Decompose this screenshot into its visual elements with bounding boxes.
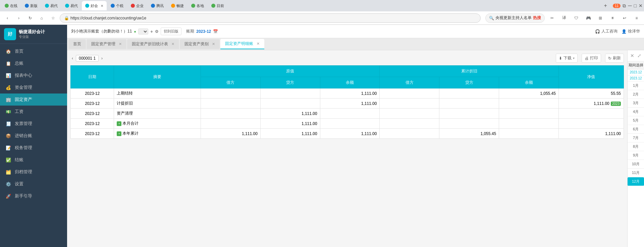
sidebar-item-资金管理[interactable]: 💰资金管理 [0,81,67,94]
cell-orig-balance: 1,111.00 [320,99,380,109]
print-button[interactable]: 🖨 打印 [582,54,601,63]
period-month-1月[interactable]: 1月 [628,81,644,90]
browser-tab-各地[interactable]: 各地 [188,1,207,10]
calendar-icon[interactable]: 📅 [213,29,218,34]
search-bar[interactable]: 🔍 央视更新主持人名单 热搜 [485,13,545,23]
user-profile-button[interactable]: 👤 徐泽华 [622,28,640,34]
sidebar-item-报表中心[interactable]: 📊报表中心 [0,69,67,81]
app-container: 好 畅捷通好会计 专业版 🏠首页📋总账📊报表中心💰资金管理🏢固定资产💵工资🧾发票… [0,25,644,247]
page-tab-label: 固定资产类别 [184,41,209,47]
logo-subtitle: 专业版 [19,35,45,39]
home-button[interactable]: ⌂ [37,13,46,23]
settings-icon[interactable]: ⚙ [155,29,159,34]
period-month-6月[interactable]: 6月 [628,125,644,134]
browser-tab-在线[interactable]: 在线 [1,1,21,10]
sidebar-item-归档管理[interactable]: 🗂️归档管理 [0,166,67,178]
human-service-button[interactable]: 🎧 人工咨询 [595,28,618,34]
account-switcher[interactable] [138,28,148,35]
new-tab-button[interactable]: + [601,2,609,10]
close-tab-icon[interactable]: ✕ [171,42,174,46]
expand-panel-button[interactable]: ⤢ [636,52,643,60]
period-month-8月[interactable]: 8月 [628,142,644,151]
prev-page-button[interactable]: ‹ [70,55,74,61]
cell-date: 2023-12 [71,99,114,109]
sidebar-item-新手引导[interactable]: 🚀新手引导 [0,190,67,202]
maximize-icon[interactable]: □ [634,3,637,8]
refresh-button[interactable]: ↻ 刷新 [605,54,624,63]
nav-label-工资: 工资 [15,109,23,115]
page-number-box[interactable]: 000001 1 [76,55,99,62]
period-month-11月[interactable]: 11月 [628,169,644,177]
back-button[interactable]: ‹ [3,13,12,23]
restore-window-icon[interactable]: ⧉ [623,3,626,9]
reload-button[interactable]: ↻ [25,13,35,23]
page-tab-固定资产明细账[interactable]: 固定资产明细账✕ [220,39,264,49]
browser-tab-新版[interactable]: 新版 [21,1,41,10]
address-input[interactable]: 🔒 https://cloud.chanjet.com/accounting/u… [60,13,481,23]
cell-summary: 上期结转 [114,88,201,99]
cell-orig-balance [320,119,380,129]
browser-tab-畅捷[interactable]: 畅捷 [168,1,187,10]
menu-icon[interactable]: ≡ [632,13,641,23]
cell-date: 2023-12 [71,109,114,119]
download-button[interactable]: ⬇ 下载 ▾ [556,54,578,63]
cell-orig-balance: 1,111.00 [320,88,380,99]
forward-button[interactable]: › [14,13,23,23]
undo-icon[interactable]: ↩ [620,13,629,23]
period-month-10月[interactable]: 10月 [628,160,644,169]
close-panel-button[interactable]: ✕ [629,52,636,60]
browser-tab-易代[interactable]: 易代 [42,1,61,10]
sidebar-item-发票管理[interactable]: 🧾发票管理 [0,118,67,130]
browser-tab-目前[interactable]: 目前 [208,1,227,10]
next-page-button[interactable]: › [100,55,104,61]
period-month-7月[interactable]: 7月 [628,134,644,142]
page-tab-固定资产折旧统计表[interactable]: 固定资产折旧统计表✕ [127,39,179,49]
col-header-summary: 摘要 [114,66,201,88]
cell-dep-debit [380,129,439,139]
close-tab-icon[interactable]: ✕ [212,42,215,46]
browser-tab-个税[interactable]: 个税 [107,1,127,10]
minimize-icon[interactable]: ─ [628,3,632,9]
sidebar-item-首页[interactable]: 🏠首页 [0,45,67,57]
period-month-12月[interactable]: 12月 [628,177,644,186]
page-tab-首页[interactable]: 首页 [68,39,86,49]
browser-tab-易代[interactable]: 易代 [62,1,81,10]
cell-dep-balance [499,99,559,109]
page-tab-固定资产管理[interactable]: 固定资产管理✕ [87,39,126,49]
col-header-netvalue: 净值 [558,66,624,88]
top-bar-actions: 🎧 人工咨询 👤 徐泽华 [595,28,640,34]
shield-icon[interactable]: 🛡 [572,13,581,23]
page-tab-固定资产类别[interactable]: 固定资产类别✕ [180,39,220,49]
sidebar-item-税务管理[interactable]: 📝税务管理 [0,142,67,154]
cell-orig-debit [201,88,260,99]
sidebar-item-总账[interactable]: 📋总账 [0,57,67,69]
ledger-main: ‹ 000001 1 › ⬇ 下载 ▾ 🖨 打印 [67,50,627,247]
sidebar-item-设置[interactable]: ⚙️设置 [0,178,67,190]
switch-version-button[interactable]: 切到旧版 [161,27,181,35]
close-tab-icon[interactable]: ✕ [119,42,122,46]
brightness-icon[interactable]: ☀ [608,13,617,23]
period-month-5月[interactable]: 5月 [628,116,644,125]
sidebar-item-结账[interactable]: ✅结账 [0,154,67,166]
period-month-2月[interactable]: 2月 [628,90,644,99]
cell-net-value: 55.55 [558,88,624,99]
close-tab-icon[interactable]: ✕ [257,42,260,46]
cell-summary: 资产清理 [114,109,201,119]
grid-icon[interactable]: ⊞ [596,13,605,23]
game-icon[interactable]: 🎮 [584,13,593,23]
ledger-table: 日期 摘要 原值 累计折旧 净值 借方 贷方 余额 借方 贷方 余额 [70,65,624,139]
translate-icon[interactable]: 译 [559,13,569,23]
add-account-icon[interactable]: + [150,29,153,34]
browser-tab-企业[interactable]: 企业 [127,1,147,10]
period-month-3月[interactable]: 3月 [628,99,644,108]
period-month-4月[interactable]: 4月 [628,108,644,116]
bookmark-button[interactable]: ☆ [48,13,58,23]
period-month-9月[interactable]: 9月 [628,151,644,160]
browser-tab-好会[interactable]: 好会✕ [82,1,107,10]
sidebar-item-工资[interactable]: 💵工资 [0,106,67,118]
sidebar-item-固定资产[interactable]: 🏢固定资产 [0,94,67,106]
sidebar-item-进销台账[interactable]: 📦进销台账 [0,130,67,142]
browser-tab-腾讯[interactable]: 腾讯 [148,1,167,10]
cut-icon[interactable]: ✂ [547,13,557,23]
close-window-icon[interactable]: ✕ [639,3,643,8]
